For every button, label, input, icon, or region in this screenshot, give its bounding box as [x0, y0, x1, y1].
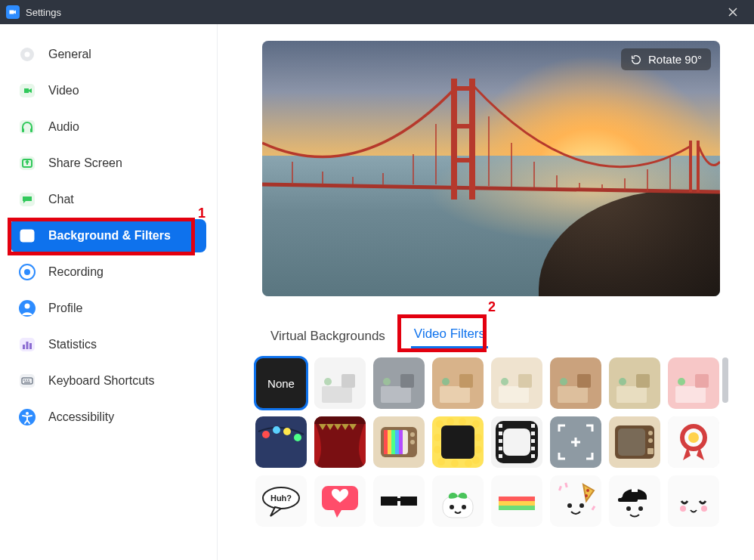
filter-tile-cap-face[interactable] [609, 475, 660, 527]
svg-text:Huh?: Huh? [270, 493, 292, 503]
sidebar-item-keyboard-shortcuts[interactable]: Keyboard Shortcuts [11, 364, 206, 398]
filter-tile-deal-glasses[interactable] [373, 475, 425, 527]
profile-icon [17, 298, 38, 319]
svg-point-100 [434, 434, 441, 441]
annotation-marker-1: 1 [198, 206, 205, 221]
tab-virtual-backgrounds[interactable]: Virtual Backgrounds [267, 323, 388, 348]
filter-tile-room-pink[interactable] [668, 357, 719, 409]
svg-point-26 [26, 412, 29, 415]
svg-rect-77 [255, 416, 307, 468]
filter-tile-crosshair-frame[interactable] [550, 416, 601, 468]
filter-tile-emoji-frame[interactable] [432, 416, 484, 468]
filter-none-label: None [267, 377, 295, 390]
svg-rect-154 [632, 489, 638, 492]
svg-point-155 [626, 506, 631, 511]
filter-grid: None [254, 357, 719, 527]
svg-point-68 [560, 378, 567, 385]
annotation-box-1 [8, 218, 195, 255]
scrollbar-thumb[interactable] [722, 357, 728, 403]
svg-rect-59 [459, 374, 473, 388]
sidebar-item-profile[interactable]: Profile [11, 292, 206, 325]
svg-point-96 [436, 420, 443, 428]
bridge-illustration [262, 41, 720, 296]
svg-rect-141 [499, 497, 535, 501]
filter-tile-pizza-face[interactable] [550, 475, 601, 527]
sidebar-item-general[interactable]: General [11, 38, 206, 71]
video-preview: Rotate 90° [262, 41, 720, 296]
filter-scrollbar[interactable] [722, 357, 728, 527]
svg-rect-95 [441, 425, 474, 459]
filter-tile-room-gray[interactable] [373, 357, 425, 409]
svg-rect-55 [400, 374, 414, 388]
svg-rect-31 [451, 158, 475, 162]
sidebar-item-recording[interactable]: Recording [11, 255, 206, 289]
svg-point-158 [701, 506, 707, 512]
svg-point-103 [474, 446, 482, 453]
headphones-icon [17, 116, 38, 138]
filter-tile-ribbon[interactable] [668, 416, 719, 468]
rotate-button[interactable]: Rotate 90° [621, 48, 711, 70]
filter-tile-room-tan[interactable] [432, 357, 484, 409]
svg-rect-120 [531, 454, 535, 458]
filter-tile-lights[interactable] [255, 416, 307, 468]
svg-rect-32 [689, 141, 692, 192]
svg-point-52 [324, 378, 332, 385]
close-icon [728, 8, 737, 17]
sidebar-item-audio[interactable]: Audio [11, 110, 206, 144]
svg-rect-24 [24, 382, 30, 382]
svg-point-92 [410, 432, 415, 437]
svg-rect-18 [29, 343, 32, 349]
annotation-marker-2: 2 [488, 299, 496, 315]
svg-rect-17 [26, 342, 29, 349]
svg-rect-28 [469, 79, 475, 200]
svg-point-98 [459, 418, 466, 425]
svg-point-81 [294, 434, 301, 441]
sidebar-item-chat[interactable]: Chat [11, 183, 206, 216]
sidebar-item-share-screen[interactable]: Share Screen [11, 147, 206, 180]
svg-rect-151 [564, 483, 567, 488]
svg-point-93 [410, 440, 415, 444]
filter-tile-rainbow[interactable] [491, 475, 542, 527]
filter-tile-old-tv[interactable] [609, 416, 660, 468]
svg-rect-116 [531, 424, 535, 428]
sidebar-item-label: Statistics [48, 338, 97, 351]
sidebar-item-label: Keyboard Shortcuts [48, 374, 155, 388]
svg-rect-112 [499, 432, 502, 435]
svg-point-21 [23, 379, 25, 381]
sidebar-item-accessibility[interactable]: Accessibility [11, 401, 206, 434]
accessibility-icon [17, 407, 38, 428]
filter-tile-room-khaki[interactable] [609, 357, 660, 409]
svg-rect-88 [388, 430, 391, 454]
svg-rect-114 [499, 447, 502, 450]
filter-tile-retro-tv[interactable] [373, 416, 425, 468]
svg-rect-115 [499, 454, 502, 458]
sidebar-item-label: Accessibility [48, 410, 114, 424]
sidebar-item-label: Recording [48, 265, 104, 279]
svg-rect-63 [518, 374, 532, 388]
filter-tile-film-frame[interactable] [491, 416, 542, 468]
share-screen-icon [17, 153, 38, 174]
filter-tile-sprout-face[interactable] [432, 475, 484, 527]
filter-tile-room-cocoa[interactable] [550, 357, 601, 409]
svg-point-56 [383, 378, 391, 385]
filter-tile-none[interactable]: None [255, 357, 307, 409]
filter-tile-cute-face[interactable] [668, 475, 719, 527]
svg-point-72 [619, 378, 626, 385]
svg-rect-62 [499, 386, 529, 403]
svg-point-60 [442, 378, 450, 385]
filter-tile-curtain[interactable] [314, 416, 366, 468]
svg-point-12 [24, 269, 30, 275]
svg-point-23 [28, 379, 29, 381]
svg-rect-16 [23, 345, 25, 349]
sidebar-item-statistics[interactable]: Statistics [11, 328, 206, 361]
window-close-button[interactable] [718, 0, 748, 24]
filter-tile-room-beige[interactable] [491, 357, 542, 409]
rotate-icon [630, 54, 642, 66]
svg-rect-137 [396, 498, 402, 501]
sidebar-item-label: Share Screen [48, 156, 122, 170]
svg-rect-90 [395, 430, 399, 454]
filter-tile-heart-bubble[interactable] [314, 475, 366, 527]
sidebar-item-video[interactable]: Video [11, 74, 206, 107]
filter-tile-room-white[interactable] [314, 357, 366, 409]
filter-tile-huh-bubble[interactable]: Huh? [255, 475, 307, 527]
